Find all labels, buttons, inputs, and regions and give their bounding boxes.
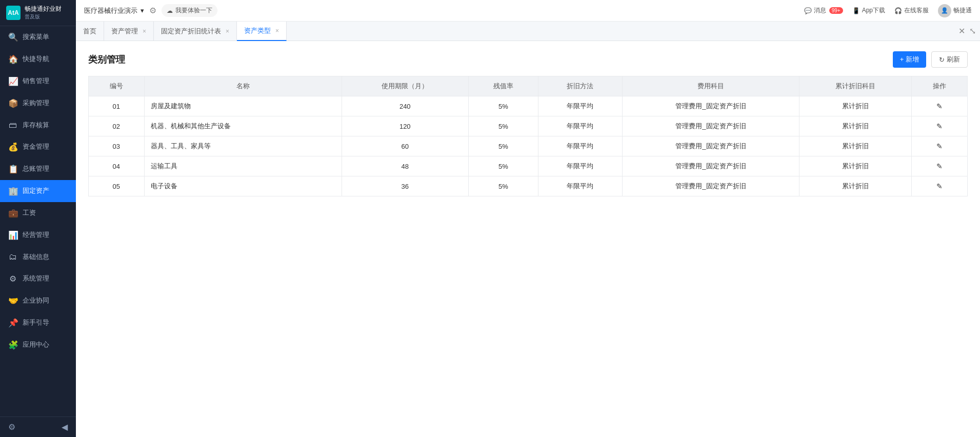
content-area: 类别管理 + 新增 ↻ 刷新 编号名称使用期限（月）残值率折旧方法费用科目累计折…: [76, 41, 980, 437]
sidebar-nav: 🔍 搜索菜单 🏠 快捷导航 📈 销售管理 📦 采购管理 🗃 库存核算 💰 资金管…: [0, 26, 76, 416]
cell-4-rate: 5%: [468, 176, 538, 196]
sidebar-item-operations[interactable]: 📊 经营管理: [0, 224, 76, 246]
cell-0-code: 01: [89, 96, 145, 116]
cell-3-code: 04: [89, 156, 145, 176]
sidebar-item-purchase[interactable]: 📦 采购管理: [0, 92, 76, 114]
app-logo: AtA 畅捷通好业财 普及版: [0, 0, 76, 26]
sidebar-footer: ⚙ ◀: [0, 416, 76, 437]
window-controls: ✕ ⤡: [958, 26, 980, 36]
col-header-4: 折旧方法: [538, 76, 622, 96]
messages-button[interactable]: 💬 消息 99+: [804, 6, 843, 15]
tab-close-depreciation[interactable]: ×: [226, 28, 229, 35]
nav-label-salary: 工资: [23, 208, 36, 217]
nav-icon-search: 🔍: [8, 32, 17, 42]
cell-1-code: 02: [89, 116, 145, 136]
data-table: 编号名称使用期限（月）残值率折旧方法费用科目累计折旧科目操作 01房屋及建筑物2…: [88, 76, 968, 196]
cell-1-action[interactable]: ✎: [912, 116, 968, 136]
maximize-window-icon[interactable]: ⤡: [969, 26, 976, 36]
cell-4-name: 电子设备: [144, 176, 342, 196]
cell-3-accumulated[interactable]: 累计折旧: [799, 156, 912, 176]
table-row: 05电子设备365%年限平均管理费用_固定资产折旧累计折旧✎: [89, 176, 968, 196]
tab-depreciation[interactable]: 固定资产折旧统计表×: [154, 22, 237, 41]
nav-label-system: 系统管理: [23, 274, 49, 283]
settings-icon[interactable]: ⚙: [8, 422, 15, 432]
avatar: 👤: [938, 4, 951, 17]
sidebar-item-fixed[interactable]: 🏢 固定资产: [0, 180, 76, 202]
sidebar-item-ledger[interactable]: 📋 总账管理: [0, 158, 76, 180]
nav-label-base: 基础信息: [23, 252, 49, 262]
cell-3-name: 运输工具: [144, 156, 342, 176]
sidebar-item-sales[interactable]: 📈 销售管理: [0, 70, 76, 92]
online-service-button[interactable]: 🎧 在线客服: [894, 6, 929, 15]
sidebar-item-inventory[interactable]: 🗃 库存核算: [0, 114, 76, 136]
col-header-0: 编号: [89, 76, 145, 96]
cloud-icon: ☁: [167, 7, 173, 14]
table-body: 01房屋及建筑物2405%年限平均管理费用_固定资产折旧累计折旧✎02机器、机械…: [89, 96, 968, 196]
main-area: 医疗器械行业演示 ▾ ⚙ ☁ 我要体验一下 💬 消息 99+ 📱 App下载 🎧…: [76, 0, 980, 437]
nav-icon-ledger: 📋: [8, 164, 17, 174]
tab-close-asset_type[interactable]: ×: [275, 27, 279, 34]
tab-asset_type[interactable]: 资产类型×: [237, 22, 287, 41]
company-selector[interactable]: 医疗器械行业演示 ▾: [84, 6, 144, 15]
page-header: 类别管理 + 新增 ↻ 刷新: [88, 51, 968, 68]
refresh-label: 刷新: [947, 55, 960, 64]
cell-4-period: 36: [342, 176, 468, 196]
cell-4-action[interactable]: ✎: [912, 176, 968, 196]
sidebar-item-search[interactable]: 🔍 搜索菜单: [0, 26, 76, 48]
cell-2-action[interactable]: ✎: [912, 136, 968, 156]
new-button[interactable]: + 新增: [893, 51, 926, 68]
cell-1-expense[interactable]: 管理费用_固定资产折旧: [622, 116, 799, 136]
close-window-icon[interactable]: ✕: [958, 26, 965, 36]
sidebar-item-guide[interactable]: 📌 新手引导: [0, 312, 76, 334]
app-download-button[interactable]: 📱 App下载: [852, 6, 885, 15]
online-service-label: 在线客服: [904, 6, 929, 15]
cell-0-expense[interactable]: 管理费用_固定资产折旧: [622, 96, 799, 116]
refresh-button[interactable]: ↻ 刷新: [931, 51, 968, 68]
topbar-settings-icon[interactable]: ⚙: [149, 6, 156, 15]
user-profile[interactable]: 👤 畅捷通: [938, 4, 972, 17]
tab-asset_mgmt[interactable]: 资产管理×: [104, 22, 154, 41]
refresh-icon: ↻: [939, 56, 945, 64]
sidebar-item-salary[interactable]: 💼 工资: [0, 202, 76, 224]
cell-2-code: 03: [89, 136, 145, 156]
tab-label-depreciation: 固定资产折旧统计表: [161, 27, 221, 36]
sidebar-item-base[interactable]: 🗂 基础信息: [0, 246, 76, 268]
cell-2-period: 60: [342, 136, 468, 156]
col-header-1: 名称: [144, 76, 342, 96]
experience-label: 我要体验一下: [175, 6, 212, 15]
cell-4-code: 05: [89, 176, 145, 196]
cell-3-expense[interactable]: 管理费用_固定资产折旧: [622, 156, 799, 176]
cell-2-accumulated[interactable]: 累计折旧: [799, 136, 912, 156]
app-download-label: App下载: [862, 6, 885, 15]
cell-1-rate: 5%: [468, 116, 538, 136]
cell-1-accumulated[interactable]: 累计折旧: [799, 116, 912, 136]
cell-0-accumulated[interactable]: 累计折旧: [799, 96, 912, 116]
cell-4-expense[interactable]: 管理费用_固定资产折旧: [622, 176, 799, 196]
nav-icon-system: ⚙: [8, 274, 17, 284]
nav-label-operations: 经营管理: [23, 230, 49, 240]
message-icon: 💬: [804, 7, 812, 14]
cell-0-name: 房屋及建筑物: [144, 96, 342, 116]
tab-home[interactable]: 首页: [76, 22, 104, 41]
cell-2-expense[interactable]: 管理费用_固定资产折旧: [622, 136, 799, 156]
experience-button[interactable]: ☁ 我要体验一下: [162, 4, 217, 17]
sidebar-item-capital[interactable]: 💰 资金管理: [0, 136, 76, 158]
cell-0-action[interactable]: ✎: [912, 96, 968, 116]
cell-3-rate: 5%: [468, 156, 538, 176]
col-header-7: 操作: [912, 76, 968, 96]
sidebar-item-system[interactable]: ⚙ 系统管理: [0, 268, 76, 290]
cell-3-action[interactable]: ✎: [912, 156, 968, 176]
tab-close-asset_mgmt[interactable]: ×: [143, 28, 146, 35]
sidebar-item-collab[interactable]: 🤝 企业协同: [0, 290, 76, 312]
nav-icon-fixed: 🏢: [8, 186, 17, 196]
nav-icon-sales: 📈: [8, 76, 17, 86]
cell-4-accumulated[interactable]: 累计折旧: [799, 176, 912, 196]
nav-label-fixed: 固定资产: [23, 186, 49, 195]
sidebar-item-quicknav[interactable]: 🏠 快捷导航: [0, 48, 76, 70]
collapse-icon[interactable]: ◀: [62, 422, 68, 432]
cell-1-method: 年限平均: [538, 116, 622, 136]
nav-icon-collab: 🤝: [8, 296, 17, 306]
nav-icon-quicknav: 🏠: [8, 54, 17, 64]
nav-label-sales: 销售管理: [23, 76, 49, 86]
sidebar-item-apps[interactable]: 🧩 应用中心: [0, 334, 76, 356]
